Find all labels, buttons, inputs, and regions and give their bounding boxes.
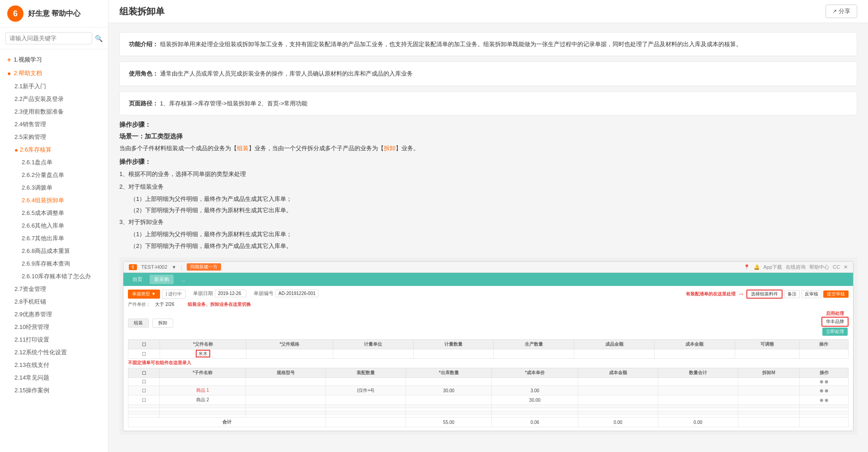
search-input[interactable] (5, 32, 92, 44)
steps-list: 1、根据不同的业务，选择不同单据的类型来处理 2、对于组装业务 （1）上部明细为… (119, 169, 857, 251)
sidebar-item-assembly[interactable]: 2.6.4组装拆卸单 (22, 194, 108, 207)
add-row-icon-2[interactable]: ⊕ (820, 388, 823, 393)
order-label: 单据编号 (254, 290, 274, 297)
lcell-assy-2: (仅作+4) (326, 386, 406, 395)
nav-more[interactable]: ... (176, 276, 189, 284)
add-row-icon[interactable]: ⊕ (820, 379, 823, 384)
sidebar-item-video[interactable]: + 1.视频学习 (0, 53, 108, 67)
table-row: ☐ 商品 2 30.00 ⊕ (128, 395, 849, 405)
disassemble-tab[interactable]: 拆卸 (152, 319, 173, 328)
share-button[interactable]: ↗ 分享 (826, 5, 857, 18)
path-text: 1、库存核算->库存管理->组装拆卸单 2、首页->常用功能 (160, 100, 308, 107)
type-selector-row: 组装 拆卸 启用处理 华丰品牌 立即处理 (128, 310, 849, 336)
app-body: 单据类型 ▼ | 进行中 单据日期 2019-12-26 单据编号 AD-201… (123, 286, 853, 431)
tab-assembly[interactable]: 单据类型 ▼ (128, 290, 160, 299)
assemble-tab[interactable]: 组装 (128, 319, 149, 328)
sidebar-item-ledger-fix[interactable]: 2.6.10库存账本错了怎么办 (22, 270, 108, 283)
col-adjustable: 可调整 (735, 340, 799, 349)
cell-checkbox[interactable]: ☐ (128, 349, 160, 359)
nav-home[interactable]: 自页 (128, 275, 147, 284)
sidebar-item-other-in[interactable]: 2.6.6其他入库单 (22, 219, 108, 232)
sidebar-item-partial-stock[interactable]: 2.6.2分量盘点单 (22, 169, 108, 181)
sidebar-item-inventory[interactable]: ● 2.6库存核算 (14, 143, 108, 156)
role-label: 使用角色： (129, 70, 158, 77)
sidebar-item-print[interactable]: 2.11打印设置 (14, 333, 108, 346)
minus-icon: ● (7, 70, 11, 77)
add-row-icon-3[interactable]: ⊕ (820, 398, 823, 403)
sidebar-item-ledger-query[interactable]: 2.6.9库存账本查询 (22, 257, 108, 270)
sidebar-item-finance[interactable]: 2.7资金管理 (14, 283, 108, 295)
nav-purchase[interactable]: 新采购 (150, 275, 174, 284)
lcell-dis-1 (738, 378, 800, 386)
sidebar-sub-docs: 2.1新手入门 2.2产品安装及登录 2.3使用前数据准备 2.4销售管理 2.… (0, 80, 108, 397)
app-header: 6 TEST-H002 ▼ | 同期新建一方 📍 🔔 App下载 在线咨询 帮助… (123, 262, 853, 273)
ann-btn-1[interactable]: 选择组装料件 (746, 290, 783, 299)
table-row: ☐ ⊕ ⊗ (128, 378, 849, 386)
role-text: 通常由生产人员或库管人员完成折装业务的操作，库管人员确认原材料的出库和产成品的入… (160, 70, 413, 77)
sidebar-item-payment[interactable]: 2.13在线支付 (14, 359, 108, 371)
lcell-total-1 (658, 378, 738, 386)
col-parent-name: *父件名称 (160, 340, 246, 349)
lcell-dis-2 (738, 386, 800, 395)
sidebar-item-coupon[interactable]: 2.9优惠券管理 (14, 308, 108, 321)
apply-btn[interactable]: 立即处理 (822, 328, 848, 336)
sidebar-item-cases[interactable]: 2.15操作案例 (14, 384, 108, 397)
lcell-checkbox-2[interactable]: ☐ (128, 386, 160, 395)
step2-1: （1）上部明细为父件明细，最终作为产成品生成其它入库单； (130, 194, 857, 204)
sidebar-item-mobile[interactable]: 2.8手机旺铺 (14, 295, 108, 308)
ann-btn-3[interactable]: 反审核 (802, 290, 821, 298)
sidebar-item-stocktake[interactable]: 2.6.1盘点单 (22, 156, 108, 169)
step2-2: （2）下部明细为子件明细，最终作为原材料生成其它出库单。 (130, 205, 857, 215)
function-intro-text: 组装拆卸单用来处理企业组装或拆卸等加工业务，支持有固定装配清单的产品加工业务，也… (160, 41, 742, 48)
ann-arrow-1: → (737, 290, 745, 298)
lcell-name-3: 商品 2 (160, 395, 246, 405)
lcell-checkbox-3[interactable]: ☐ (128, 395, 160, 405)
lcol-out-qty: *出库数量 (406, 368, 492, 378)
sidebar-item-other-out[interactable]: 2.6.7其他出库单 (22, 232, 108, 245)
cell-unit-qty (413, 349, 494, 359)
ann-btn-4[interactable]: 提交审核 (823, 290, 849, 298)
summary-value: 大于 2/26 (155, 301, 174, 308)
tab-disassembly[interactable]: | 进行中 (162, 290, 186, 299)
sidebar-item-faq[interactable]: 2.14常见问题 (14, 371, 108, 384)
parent-name-input[interactable]: 米木 (196, 350, 210, 357)
app-header-right: 📍 🔔 App下载 在线咨询 帮助中心 CC ✕ (744, 264, 848, 271)
function-intro-label: 功能介绍： (129, 41, 158, 48)
del-row-icon-2[interactable]: ⊗ (825, 388, 828, 393)
app-dropdown: ▼ (172, 265, 176, 270)
ann-btn-2[interactable]: 备注 (784, 290, 800, 298)
minus-dot-icon: ● (14, 147, 18, 153)
close-icon[interactable]: ✕ (844, 264, 848, 270)
table-row-empty-6 (128, 411, 849, 414)
app-icon-1: 📍 (744, 264, 750, 270)
order-field: 单据编号 AD-20191226-001 (254, 290, 319, 297)
sidebar-item-install[interactable]: 2.2产品安装及登录 (14, 93, 108, 105)
lcell-out-1 (406, 378, 492, 386)
enable-input: 华丰品牌 (821, 317, 849, 327)
sidebar-item-cost-recalc[interactable]: 2.6.8商品成本重算 (22, 245, 108, 257)
sidebar-item-newbie[interactable]: 2.1新手入门 (14, 80, 108, 93)
sidebar-item-sales[interactable]: 2.4销售管理 (14, 118, 108, 131)
col-prod-qty: 生产数量 (494, 340, 574, 349)
scenario-heading: 场景一：加工类型选择 (119, 133, 857, 141)
del-row-icon[interactable]: ⊗ (825, 379, 828, 384)
lcell-spec-1 (245, 378, 326, 386)
app-new-btn[interactable]: 同期新建一方 (187, 263, 221, 271)
cell-parent-name: 米木 (160, 349, 246, 359)
table-row: ☐ 商品 1 (仅作+4) 30.00 3.00 ⊕ (128, 386, 849, 395)
app-test-id: TEST-H002 (142, 264, 167, 270)
sidebar-item-cost-adj[interactable]: 2.6.5成本调整单 (22, 207, 108, 219)
date-field: 单据日期 2019-12-26 (193, 290, 246, 297)
sidebar-item-transfer[interactable]: 2.6.3调拨单 (22, 181, 108, 194)
sidebar-item-customization[interactable]: 2.12系统个性化设置 (14, 346, 108, 359)
sidebar-item-operations[interactable]: 2.10经营管理 (14, 321, 108, 333)
lcell-checkbox-1[interactable]: ☐ (128, 378, 160, 386)
app-text-3: 帮助中心 (809, 264, 829, 271)
sidebar-item-purchase[interactable]: 2.5采购管理 (14, 131, 108, 143)
sidebar-item-docs[interactable]: ● 2.帮助文档 (0, 67, 108, 80)
sidebar-item-data-prep[interactable]: 2.3使用前数据准备 (14, 105, 108, 118)
search-icon[interactable]: 🔍 (95, 35, 103, 42)
lcell-total-3 (658, 395, 738, 405)
lcell-name-2: 商品 1 (160, 386, 246, 395)
del-row-icon-3[interactable]: ⊗ (825, 398, 828, 403)
